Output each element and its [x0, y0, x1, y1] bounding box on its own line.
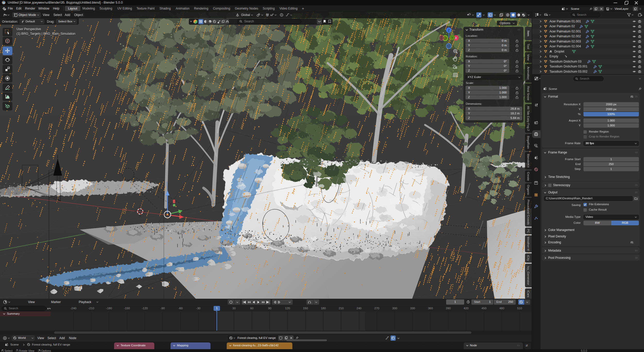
svg-text:Z: Z — [448, 29, 450, 32]
svg-text:X: X — [455, 36, 457, 40]
svg-text:Y: Y — [451, 36, 453, 40]
